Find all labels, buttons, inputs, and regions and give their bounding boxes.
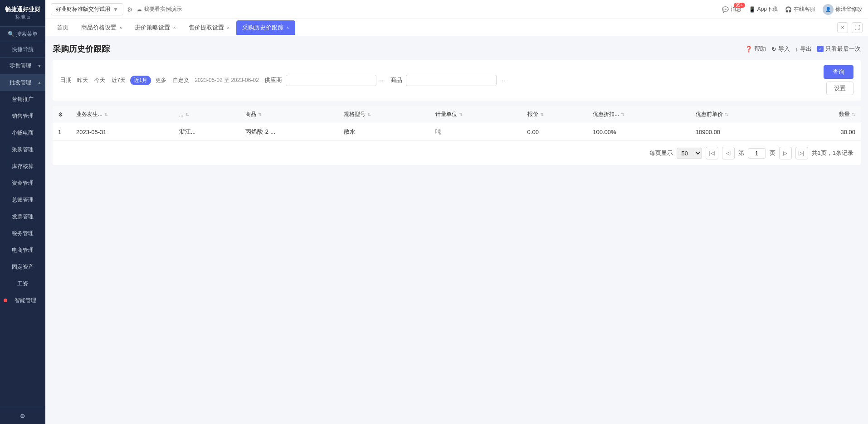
header-right: 💬 消息 99+ 📱 App下载 🎧 在线客服 👤 徐泽华修改 (722, 4, 863, 15)
help-icon: ❓ (745, 46, 752, 53)
message-button[interactable]: 💬 消息 99+ (722, 5, 741, 13)
settings-icon[interactable]: ⚙ (127, 6, 133, 13)
supplier-more[interactable]: ··· (380, 77, 385, 84)
page-header: 采购历史价跟踪 ❓ 帮助 ↻ 导入 ↓ 导出 ✓ 只看最后一次 (53, 43, 861, 54)
sidebar-item-smart[interactable]: 智能管理 (0, 292, 45, 309)
chevron-down-icon: ▼ (37, 63, 42, 68)
help-link[interactable]: ❓ 帮助 (745, 45, 766, 53)
tab-expand-button[interactable]: ⛶ (852, 22, 863, 33)
goods-input[interactable] (406, 75, 497, 86)
supplier-input[interactable] (286, 75, 376, 86)
pagination-bar: 每页显示 50 10 20 100 |◁ ◁ 第 页 ▷ ▷| 共1页，1条记录 (53, 141, 861, 165)
tab-price-settings[interactable]: 商品价格设置 × (75, 20, 128, 35)
app-download-button[interactable]: 📱 App下载 (749, 5, 778, 13)
sidebar-item-sales[interactable]: 销售管理 (0, 108, 45, 125)
export-link[interactable]: ↓ 导出 (795, 45, 812, 53)
sidebar-item-ecommerce-small[interactable]: 小畅电商 (0, 125, 45, 141)
page-number-input[interactable] (748, 148, 766, 159)
page-size-label: 每页显示 (649, 149, 673, 157)
next-page-button[interactable]: ▷ (779, 147, 792, 159)
sidebar-item-wholesale[interactable]: 批发管理 ▲ (0, 74, 45, 91)
last-page-button[interactable]: ▷| (795, 147, 808, 159)
only-last-checkbox[interactable]: ✓ 只看最后一次 (817, 45, 861, 53)
date-label: 日期 (60, 76, 72, 84)
th-gear[interactable]: ⚙ (53, 106, 71, 123)
th-quote[interactable]: 报价 ⇅ (522, 106, 588, 123)
th-discount[interactable]: 优惠折扣... ⇅ (587, 106, 690, 123)
th-more[interactable]: ... ⇅ (174, 106, 240, 123)
sidebar-item-finance[interactable]: 资金管理 (0, 175, 45, 192)
page-content: 采购历史价跟踪 ❓ 帮助 ↻ 导入 ↓ 导出 ✓ 只看最后一次 (45, 36, 868, 424)
close-icon[interactable]: × (173, 25, 176, 30)
close-icon[interactable]: × (119, 25, 122, 30)
date-option-today[interactable]: 今天 (93, 76, 107, 85)
close-icon[interactable]: × (286, 25, 289, 30)
tab-price-extract[interactable]: 售价提取设置 × (183, 20, 235, 35)
sort-icon: ⇅ (258, 112, 262, 117)
sidebar-bottom: ⚙ (0, 408, 45, 424)
date-option-more[interactable]: 更多 (154, 76, 168, 85)
demo-link[interactable]: ☁ 我要看实例演示 (137, 5, 182, 13)
settings-button[interactable]: 设置 (826, 82, 853, 95)
sidebar-item-salary[interactable]: 工资 (0, 275, 45, 292)
sidebar-item-tax[interactable]: 税务管理 (0, 225, 45, 242)
cell-quote: 0.00 (522, 123, 588, 141)
user-info[interactable]: 👤 徐泽华修改 (823, 4, 863, 15)
supplier-label: 供应商 (264, 76, 282, 84)
date-options: 昨天 今天 近7天 近1月 更多 自定义 (75, 76, 191, 85)
th-goods[interactable]: 商品 ⇅ (240, 106, 338, 123)
cell-index: 1 (53, 123, 71, 141)
page-label-end: 页 (770, 149, 775, 157)
date-range: 2023-05-02 至 2023-06-02 (195, 77, 258, 84)
th-pre-price[interactable]: 优惠前单价 ⇅ (690, 106, 795, 123)
filter-row: 日期 昨天 今天 近7天 近1月 更多 自定义 2023-05-02 至 202… (60, 65, 853, 95)
th-biz-date[interactable]: 业务发生... ⇅ (71, 106, 174, 123)
sidebar-item-purchase[interactable]: 采购管理 (0, 141, 45, 158)
online-service-button[interactable]: 🎧 在线客服 (785, 5, 815, 13)
top-header: 好业财标准版交付试用 ▼ ⚙ ☁ 我要看实例演示 💬 消息 99+ 📱 App下… (45, 0, 868, 19)
sidebar-item-invoice[interactable]: 发票管理 (0, 208, 45, 225)
sidebar-item-marketing[interactable]: 营销推广 (0, 91, 45, 108)
date-option-yesterday[interactable]: 昨天 (75, 76, 90, 85)
date-option-7days[interactable]: 近7天 (110, 76, 127, 85)
main-content: 好业财标准版交付试用 ▼ ⚙ ☁ 我要看实例演示 💬 消息 99+ 📱 App下… (45, 0, 868, 424)
sort-icon: ⇅ (621, 112, 624, 117)
sidebar-gear-button[interactable]: ⚙ (0, 408, 45, 424)
sidebar-item-fixed-assets[interactable]: 固定资产 (0, 259, 45, 275)
import-link[interactable]: ↻ 导入 (771, 45, 790, 53)
tab-purchase-history[interactable]: 采购历史价跟踪 × (236, 20, 295, 35)
first-page-button[interactable]: |◁ (706, 147, 718, 159)
sort-icon: ⇅ (852, 112, 855, 117)
import-icon: ↻ (771, 46, 776, 53)
search-icon: 🔍 (8, 31, 15, 37)
page-size-select[interactable]: 50 10 20 100 (677, 148, 702, 159)
th-spec[interactable]: 规格型号 ⇅ (338, 106, 430, 123)
sidebar-item-ledger[interactable]: 总账管理 (0, 192, 45, 208)
close-icon[interactable]: × (227, 25, 229, 30)
sidebar-item-inventory[interactable]: 库存核算 (0, 158, 45, 175)
sort-icon: ⇅ (540, 112, 544, 117)
sidebar-item-ecommerce[interactable]: 电商管理 (0, 242, 45, 259)
header-left: 好业财标准版交付试用 ▼ ⚙ ☁ 我要看实例演示 (51, 3, 182, 15)
logo-sub: 标准版 (4, 14, 42, 20)
tab-home[interactable]: 首页 (51, 20, 74, 35)
sidebar-quick-nav[interactable]: 快捷导航 (0, 42, 45, 58)
cell-pre-price: 10900.00 (690, 123, 795, 141)
tabs-right: × ⛶ (837, 22, 863, 33)
goods-more[interactable]: ··· (500, 77, 505, 84)
tabs-bar: 首页 商品价格设置 × 进价策略设置 × 售价提取设置 × 采购历史价跟踪 × … (45, 19, 868, 36)
version-selector[interactable]: 好业财标准版交付试用 ▼ (51, 3, 123, 15)
date-option-custom[interactable]: 自定义 (171, 76, 191, 85)
table-row: 1 2023-05-31 浙江... 丙烯酸-2-... 散水 吨 0.00 1… (53, 123, 861, 141)
tab-cost-strategy[interactable]: 进价策略设置 × (129, 20, 181, 35)
date-filter-group: 日期 昨天 今天 近7天 近1月 更多 自定义 2023-05-02 至 202… (60, 76, 259, 85)
th-qty[interactable]: 数量 ⇅ (795, 106, 861, 123)
sort-icon: ⇅ (104, 112, 108, 117)
th-unit[interactable]: 计量单位 ⇅ (430, 106, 522, 123)
sidebar-item-retail[interactable]: 零售管理 ▼ (0, 58, 45, 74)
tab-close-button[interactable]: × (837, 22, 848, 33)
date-option-1month[interactable]: 近1月 (130, 76, 151, 85)
prev-page-button[interactable]: ◁ (722, 147, 735, 159)
sidebar-search[interactable]: 🔍 搜索菜单 (0, 27, 45, 42)
query-button[interactable]: 查询 (824, 65, 853, 79)
